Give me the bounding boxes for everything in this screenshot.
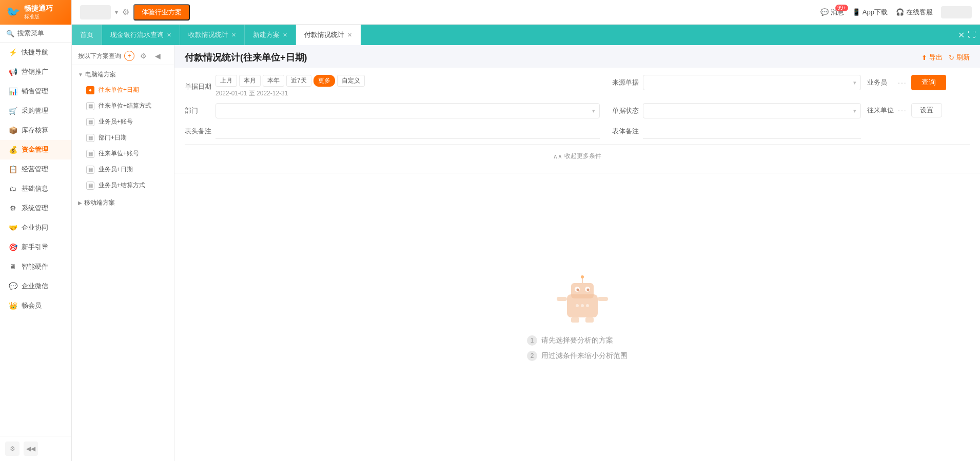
tab-list: 首页现金银行流水查询✕收款情况统计✕新建方案✕付款情况统计✕ (72, 25, 361, 45)
scheme-list: ●往来单位+日期▦往来单位+结算方式▦业务员+账号▦部门+日期▦往来单位+账号▦… (72, 82, 174, 193)
tab-pay-stats[interactable]: 付款情况统计✕ (296, 25, 361, 45)
collapse-bar: ∧∧ 收起更多条件 (185, 144, 970, 168)
scheme-item-0[interactable]: ●往来单位+日期 (72, 82, 174, 98)
tab-home[interactable]: 首页 (72, 25, 102, 45)
sidebar-item-system[interactable]: ⚙系统管理 (0, 198, 71, 218)
tab-close-new-scheme[interactable]: ✕ (283, 32, 287, 38)
tab-close-bank-flow[interactable]: ✕ (167, 32, 171, 38)
scheme-item-5[interactable]: ▦业务员+日期 (72, 162, 174, 177)
tab-maximize-icon[interactable]: ⛶ (968, 30, 976, 39)
scheme-label-6: 业务员+结算方式 (99, 181, 145, 190)
sidebar-item-purchase[interactable]: 🛒采购管理 (0, 101, 71, 121)
nav-icon-finance: 💰 (8, 145, 17, 154)
nav-icon-sales: 📊 (8, 87, 17, 96)
dept-select[interactable]: ▾ (215, 103, 600, 118)
sidebar-item-marketing[interactable]: 📢营销推广 (0, 62, 71, 82)
nav-icon-smart-hw: 🖥 (8, 262, 17, 271)
tab-bank-flow[interactable]: 现金银行流水查询✕ (102, 25, 180, 45)
scheme-item-2[interactable]: ▦业务员+账号 (72, 114, 174, 130)
scheme-icon-0: ● (86, 86, 94, 94)
sidebar-item-finance[interactable]: 💰资金管理 (0, 140, 71, 159)
query-btn[interactable]: 查询 (911, 75, 946, 90)
sidebar-nav: ⚡快捷导航📢营销推广📊销售管理🛒采购管理📦库存核算💰资金管理📋经营管理🗂基础信息… (0, 43, 71, 436)
tab-payment-stats[interactable]: 收款情况统计✕ (180, 25, 245, 45)
topbar-gear-icon[interactable]: ⚙ (122, 7, 129, 17)
scheme-item-3[interactable]: ▦部门+日期 (72, 130, 174, 146)
scheme-icon-3: ▦ (86, 134, 94, 142)
svg-point-7 (581, 275, 584, 278)
pc-scheme-group-header[interactable]: ▼ 电脑端方案 (72, 67, 174, 82)
sidebar-item-sales[interactable]: 📊销售管理 (0, 82, 71, 101)
sidebar-item-enterprise[interactable]: 🤝企业协同 (0, 218, 71, 237)
date-range-text: 2022-01-01 至 2022-12-31 (215, 89, 365, 98)
tab-new-scheme[interactable]: 新建方案✕ (245, 25, 296, 45)
svg-point-13 (581, 304, 584, 307)
collapse-footer-btn[interactable]: ◀◀ (24, 442, 38, 456)
scheme-settings-btn[interactable]: ⚙ (138, 50, 149, 62)
sidebar-item-beginner[interactable]: 🎯新手引导 (0, 237, 71, 257)
nav-icon-basic: 🗂 (8, 184, 17, 193)
date-btn-this-month[interactable]: 本月 (239, 75, 261, 87)
nav-label-wechat: 企业微信 (22, 282, 48, 291)
online-service-btn[interactable]: 🎧 在线客服 (896, 8, 933, 17)
nav-label-enterprise: 企业协同 (22, 223, 48, 232)
scheme-icon-5: ▦ (86, 166, 94, 174)
date-btn-7days[interactable]: 近7天 (286, 75, 311, 87)
sidebar-footer: ⚙ ◀◀ (0, 436, 71, 461)
date-label: 单据日期 (185, 82, 211, 91)
scheme-item-1[interactable]: ▦往来单位+结算方式 (72, 98, 174, 114)
sidebar-item-smart-hw[interactable]: 🖥智能硬件 (0, 257, 71, 276)
add-scheme-btn[interactable]: + (124, 51, 134, 61)
nav-label-system: 系统管理 (22, 204, 48, 213)
topbar-dropdown-arrow[interactable]: ▾ (115, 9, 118, 16)
nav-label-basic: 基础信息 (22, 184, 48, 193)
sidebar-search[interactable]: 🔍 搜索菜单 (0, 25, 71, 43)
mobile-scheme-group-header[interactable]: ▶ 移动端方案 (72, 195, 174, 210)
empty-state: 1 请先选择要分析的方案 2 用过滤条件来缩小分析范围 (174, 173, 980, 461)
collapse-left-btn[interactable]: ◀ (152, 50, 163, 62)
status-select[interactable]: ▾ (643, 103, 861, 118)
source-arrow-icon: ▾ (853, 79, 856, 86)
nav-label-finance: 资金管理 (22, 145, 48, 154)
collapse-label: 收起更多条件 (564, 152, 601, 161)
topbar-right: 💬 消息 99+ 📱 App下载 🎧 在线客服 (820, 6, 972, 18)
refresh-label: 刷新 (956, 53, 970, 62)
tab-close-pay-stats[interactable]: ✕ (347, 32, 352, 38)
export-btn[interactable]: ⬆ 导出 (922, 53, 943, 62)
nav-icon-operation: 📋 (8, 165, 17, 174)
refresh-btn[interactable]: ↻ 刷新 (949, 53, 970, 62)
partner-dots[interactable]: ··· (898, 106, 907, 114)
sidebar-item-inventory[interactable]: 📦库存核算 (0, 121, 71, 140)
business-dots[interactable]: ··· (898, 78, 907, 87)
nav-label-smart-hw: 智能硬件 (22, 262, 48, 271)
scheme-item-4[interactable]: ▦往来单位+账号 (72, 146, 174, 162)
header-note-input[interactable] (215, 124, 600, 139)
filter-date: 单据日期 上月 本月 本年 近7天 更多 自定义 2022-01-01 至 20… (185, 75, 600, 98)
tab-close-all-icon[interactable]: ✕ (958, 30, 965, 40)
svg-rect-9 (585, 317, 594, 323)
tab-close-payment-stats[interactable]: ✕ (231, 32, 236, 38)
user-avatar[interactable] (941, 6, 972, 18)
trial-btn[interactable]: 体验行业方案 (133, 4, 190, 21)
source-select[interactable]: ▾ (643, 75, 861, 90)
sidebar-item-basic[interactable]: 🗂基础信息 (0, 179, 71, 198)
topbar: ▾ ⚙ 体验行业方案 💬 消息 99+ 📱 App下载 🎧 在线客服 (72, 0, 980, 25)
sidebar-item-quick-nav[interactable]: ⚡快捷导航 (0, 43, 71, 62)
date-btn-custom[interactable]: 自定义 (337, 75, 365, 87)
date-btn-last-month[interactable]: 上月 (215, 75, 237, 87)
sidebar-item-wechat[interactable]: 💬企业微信 (0, 276, 71, 296)
nav-icon-purchase: 🛒 (8, 106, 17, 115)
sidebar-item-vip[interactable]: 👑畅会员 (0, 296, 71, 315)
status-label: 单据状态 (612, 106, 639, 115)
settings-footer-btn[interactable]: ⚙ (5, 442, 19, 456)
body-note-input[interactable] (643, 124, 861, 139)
settings-btn[interactable]: 设置 (911, 103, 942, 117)
date-btn-this-year[interactable]: 本年 (263, 75, 284, 87)
collapse-btn[interactable]: ∧∧ 收起更多条件 (547, 149, 607, 164)
date-btn-more[interactable]: 更多 (313, 75, 335, 87)
scheme-item-6[interactable]: ▦业务员+结算方式 (72, 177, 174, 193)
messages-btn[interactable]: 💬 消息 99+ (820, 8, 844, 17)
sidebar-item-operation[interactable]: 📋经营管理 (0, 159, 71, 179)
page-actions: ⬆ 导出 ↻ 刷新 (922, 53, 970, 62)
app-download-btn[interactable]: 📱 App下载 (852, 8, 888, 17)
